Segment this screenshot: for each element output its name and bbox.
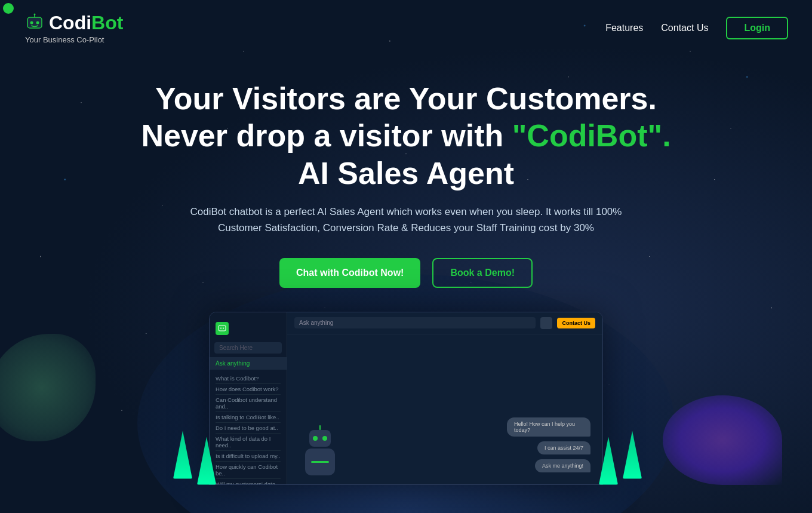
mock-sidebar-header xyxy=(210,318,287,339)
mock-contact-button[interactable]: Contact Us xyxy=(557,318,595,328)
chat-bubble-2: I can assist 24/7 xyxy=(537,441,590,454)
chat-bubble-3: Ask me anything! xyxy=(535,459,590,472)
mock-list-item[interactable]: What is Codibot? xyxy=(216,373,281,384)
robot-eye-right xyxy=(322,436,327,441)
hero-section: Your Visitors are Your Customers. Never … xyxy=(0,56,812,288)
dashboard-mockup: Search Here Ask anything What is Codibot… xyxy=(209,312,603,485)
nav-contact[interactable]: Contact Us xyxy=(661,23,708,33)
mock-list-item[interactable]: Is talking to CodiBot like.. xyxy=(216,412,281,423)
mock-sidebar-search[interactable]: Search Here xyxy=(214,342,282,354)
svg-point-8 xyxy=(223,327,224,328)
logo-area: CodiBot Your Business Co-Pilot xyxy=(24,12,123,44)
mock-list-item[interactable]: How quickly can Codibot be.. xyxy=(216,462,281,479)
mock-logo-icon xyxy=(216,322,229,335)
robot-body xyxy=(305,449,335,475)
robot-head xyxy=(309,430,331,447)
logo-text: CodiBot xyxy=(24,12,123,34)
mock-list-item[interactable]: Will my customers' data be.. xyxy=(216,479,281,485)
hero-title: Your Visitors are Your Customers. Never … xyxy=(137,80,675,192)
svg-point-5 xyxy=(34,13,36,15)
chat-bubbles: Hello! How can I help you today? I can a… xyxy=(507,417,590,472)
login-button[interactable]: Login xyxy=(726,17,788,39)
hero-buttons: Chat with Codibot Now! Book a Demo! xyxy=(12,258,800,288)
mock-main: Ask anything Contact Us xyxy=(287,312,602,484)
purple-blob xyxy=(663,395,782,485)
dashboard-container: Search Here Ask anything What is Codibot… xyxy=(0,312,812,485)
hero-subtitle: CodiBot chatbot is a perfect AI Sales Ag… xyxy=(173,204,639,236)
cta-demo-button[interactable]: Book a Demo! xyxy=(432,258,533,288)
logo-name: CodiBot xyxy=(49,12,123,34)
mock-chat-area: Hello! How can I help you today? I can a… xyxy=(287,334,602,484)
logo-icon xyxy=(24,13,45,34)
teal-triangle-left xyxy=(173,431,192,479)
svg-rect-6 xyxy=(219,325,226,331)
mock-list-item[interactable]: Is it difficult to upload my.. xyxy=(216,451,281,462)
cta-chat-button[interactable]: Chat with Codibot Now! xyxy=(279,258,420,288)
mock-sidebar-item-active[interactable]: Ask anything xyxy=(210,357,287,370)
logo-subtitle: Your Business Co-Pilot xyxy=(25,35,104,44)
mock-sidebar: Search Here Ask anything What is Codibot… xyxy=(210,312,287,484)
logo-name-highlight: Bot xyxy=(91,12,123,33)
chat-bubble-1: Hello! How can I help you today? xyxy=(507,417,590,437)
nav-links: Features Contact Us Login xyxy=(605,17,788,39)
robot-eye-left xyxy=(313,436,318,441)
mock-list-item[interactable]: What kind of data do I need.. xyxy=(216,434,281,451)
right-decoration xyxy=(599,431,642,485)
svg-point-2 xyxy=(30,21,33,24)
svg-point-3 xyxy=(36,21,39,24)
mock-main-search[interactable]: Ask anything xyxy=(294,317,536,328)
svg-point-7 xyxy=(220,327,222,328)
robot-illustration xyxy=(305,425,335,475)
nav-features[interactable]: Features xyxy=(605,23,643,33)
mock-topbar-icon[interactable] xyxy=(540,317,552,329)
teal-triangle-left2 xyxy=(197,437,216,485)
robot-mouth xyxy=(311,461,329,463)
robot-antenna xyxy=(319,425,321,430)
teal-triangle-right1 xyxy=(599,437,618,485)
mock-list-item[interactable]: Can Codibot understand and.. xyxy=(216,395,281,412)
left-decoration xyxy=(173,431,216,485)
hero-title-highlight: "CodiBot". xyxy=(512,118,671,153)
mock-list-item[interactable]: How does Codibot work? xyxy=(216,384,281,395)
mock-topbar: Ask anything Contact Us xyxy=(287,312,602,334)
navbar: CodiBot Your Business Co-Pilot Features … xyxy=(0,0,812,56)
teal-triangle-right2 xyxy=(623,431,642,479)
mock-list: What is Codibot? How does Codibot work? … xyxy=(210,370,287,485)
mock-list-item[interactable]: Do I need to be good at.. xyxy=(216,423,281,434)
status-indicator xyxy=(3,3,14,14)
